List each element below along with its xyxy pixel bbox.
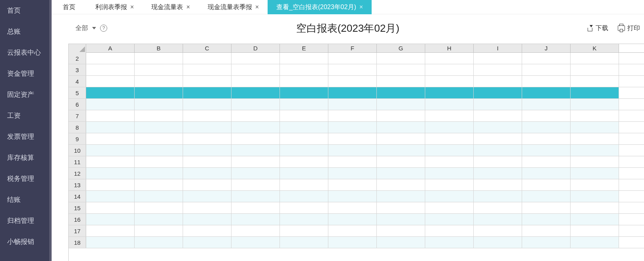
cell-D9[interactable] — [231, 133, 280, 144]
cell-E7[interactable] — [280, 110, 328, 121]
cell-G2[interactable] — [377, 53, 425, 64]
cell-I7[interactable] — [474, 110, 522, 121]
cell-D3[interactable] — [231, 64, 280, 75]
cell-J8[interactable] — [522, 122, 571, 133]
cell-F7[interactable] — [328, 110, 377, 121]
cell-C5[interactable] — [183, 87, 231, 98]
cell-C9[interactable] — [183, 133, 231, 144]
cell-J5[interactable] — [522, 87, 571, 98]
cell-D15[interactable] — [231, 202, 280, 213]
cell-B17[interactable] — [135, 225, 183, 236]
row-header-11[interactable]: 11 — [69, 156, 86, 167]
cell-C15[interactable] — [183, 202, 231, 213]
cell-J14[interactable] — [522, 191, 571, 202]
column-header-K[interactable]: K — [571, 44, 619, 52]
cell-F13[interactable] — [328, 179, 377, 190]
column-header-A[interactable]: A — [86, 44, 135, 52]
cell-D4[interactable] — [231, 76, 280, 87]
row-header-10[interactable]: 10 — [69, 145, 86, 156]
download-button[interactable]: 下载 — [587, 24, 608, 33]
cell-C12[interactable] — [183, 168, 231, 179]
cell-E8[interactable] — [280, 122, 328, 133]
cell-F17[interactable] — [328, 225, 377, 236]
cell-A16[interactable] — [86, 214, 135, 225]
cell-J18[interactable] — [522, 237, 571, 248]
cell-C10[interactable] — [183, 145, 231, 156]
tab-0[interactable]: 首页 — [52, 0, 87, 14]
filter-dropdown[interactable]: 全部 ? — [75, 24, 107, 33]
cell-C14[interactable] — [183, 191, 231, 202]
cell-K10[interactable] — [571, 145, 619, 156]
cell-C2[interactable] — [183, 53, 231, 64]
cell-K3[interactable] — [571, 64, 619, 75]
cell-I12[interactable] — [474, 168, 522, 179]
cell-I10[interactable] — [474, 145, 522, 156]
cell-I11[interactable] — [474, 156, 522, 167]
cell-J6[interactable] — [522, 99, 571, 110]
cell-A2[interactable] — [86, 53, 135, 64]
cell-G13[interactable] — [377, 179, 425, 190]
tab-4[interactable]: 查看_空白报表(2023年02月)× — [268, 0, 372, 14]
sidebar-item-5[interactable]: 工资 — [0, 105, 52, 126]
cell-H3[interactable] — [425, 64, 474, 75]
cell-E12[interactable] — [280, 168, 328, 179]
cell-I9[interactable] — [474, 133, 522, 144]
row-header-18[interactable]: 18 — [69, 237, 86, 248]
column-header-F[interactable]: F — [328, 44, 377, 52]
cell-D6[interactable] — [231, 99, 280, 110]
cell-C4[interactable] — [183, 76, 231, 87]
close-icon[interactable]: × — [359, 4, 363, 11]
cell-J13[interactable] — [522, 179, 571, 190]
cell-H14[interactable] — [425, 191, 474, 202]
cell-B12[interactable] — [135, 168, 183, 179]
cell-E9[interactable] — [280, 133, 328, 144]
cell-B8[interactable] — [135, 122, 183, 133]
column-header-B[interactable]: B — [135, 44, 183, 52]
cell-I14[interactable] — [474, 191, 522, 202]
cell-A18[interactable] — [86, 237, 135, 248]
cell-D7[interactable] — [231, 110, 280, 121]
cell-G10[interactable] — [377, 145, 425, 156]
sidebar-item-0[interactable]: 首页 — [0, 0, 52, 21]
cell-A14[interactable] — [86, 191, 135, 202]
cell-B7[interactable] — [135, 110, 183, 121]
cell-G16[interactable] — [377, 214, 425, 225]
cell-F16[interactable] — [328, 214, 377, 225]
cell-H4[interactable] — [425, 76, 474, 87]
column-header-E[interactable]: E — [280, 44, 328, 52]
cell-B5[interactable] — [135, 87, 183, 98]
cell-C3[interactable] — [183, 64, 231, 75]
cell-J10[interactable] — [522, 145, 571, 156]
sidebar-item-6[interactable]: 发票管理 — [0, 126, 52, 147]
cell-D10[interactable] — [231, 145, 280, 156]
cell-J4[interactable] — [522, 76, 571, 87]
cell-D5[interactable] — [231, 87, 280, 98]
cell-F9[interactable] — [328, 133, 377, 144]
cell-B11[interactable] — [135, 156, 183, 167]
cell-B3[interactable] — [135, 64, 183, 75]
cell-E15[interactable] — [280, 202, 328, 213]
cell-F12[interactable] — [328, 168, 377, 179]
cell-F5[interactable] — [328, 87, 377, 98]
cell-F3[interactable] — [328, 64, 377, 75]
cell-H17[interactable] — [425, 225, 474, 236]
sidebar-item-7[interactable]: 库存核算 — [0, 147, 52, 168]
cell-J16[interactable] — [522, 214, 571, 225]
cell-F14[interactable] — [328, 191, 377, 202]
cell-K17[interactable] — [571, 225, 619, 236]
cell-H6[interactable] — [425, 99, 474, 110]
sidebar-item-9[interactable]: 结账 — [0, 189, 52, 210]
cell-K6[interactable] — [571, 99, 619, 110]
sidebar-item-8[interactable]: 税务管理 — [0, 168, 52, 189]
cell-A5[interactable] — [86, 87, 135, 98]
cell-H8[interactable] — [425, 122, 474, 133]
tab-1[interactable]: 利润表季报× — [87, 0, 143, 14]
cell-J3[interactable] — [522, 64, 571, 75]
cell-K18[interactable] — [571, 237, 619, 248]
close-icon[interactable]: × — [255, 4, 259, 11]
cell-A7[interactable] — [86, 110, 135, 121]
row-header-15[interactable]: 15 — [69, 202, 86, 213]
cell-A17[interactable] — [86, 225, 135, 236]
cell-G14[interactable] — [377, 191, 425, 202]
cell-J11[interactable] — [522, 156, 571, 167]
